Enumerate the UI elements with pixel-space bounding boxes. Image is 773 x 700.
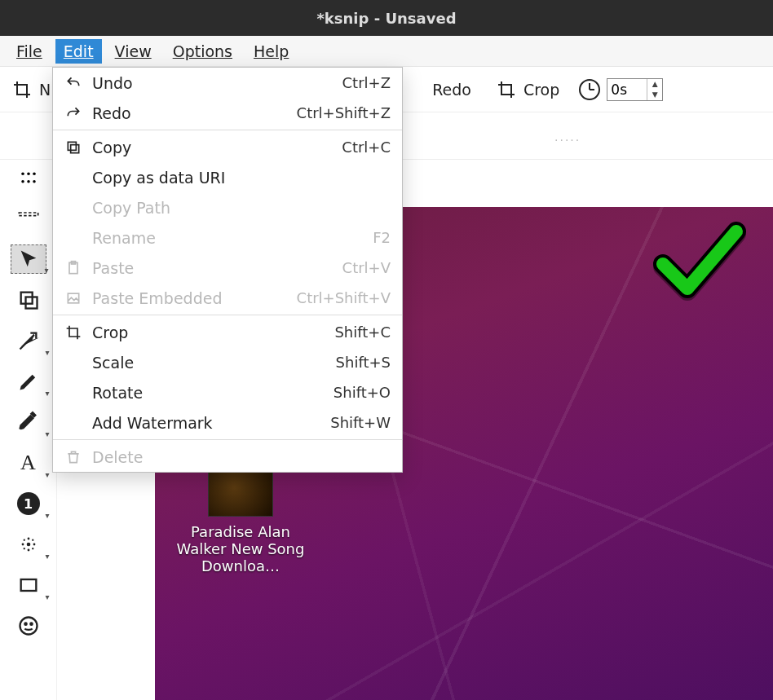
menu-copy-path: Copy Path <box>53 192 402 222</box>
redo-button[interactable]: Redo <box>427 77 476 102</box>
menu-label: Copy <box>92 139 332 156</box>
menu-label: Copy as data URI <box>92 169 381 187</box>
crop-button[interactable]: Crop <box>491 76 564 103</box>
svg-point-20 <box>20 618 37 635</box>
menu-accel: Shift+C <box>334 324 391 341</box>
tool-sticker[interactable] <box>11 611 46 641</box>
svg-rect-6 <box>19 213 38 216</box>
svg-rect-19 <box>20 579 36 591</box>
menu-file[interactable]: File <box>8 39 51 64</box>
svg-rect-27 <box>68 293 78 303</box>
menu-crop[interactable]: Crop Shift+C <box>53 317 402 347</box>
menu-copy-uri[interactable]: Copy as data URI <box>53 162 402 192</box>
tool-marker[interactable]: ▾ <box>11 407 46 437</box>
crop-icon <box>496 79 517 100</box>
file-thumbnail <box>208 468 273 517</box>
window-titlebar: *ksnip - Unsaved <box>0 0 773 36</box>
tool-blur[interactable]: ▾ <box>11 530 46 559</box>
menu-label: Paste Embedded <box>92 289 287 307</box>
spinner-arrows[interactable]: ▲ ▼ <box>647 79 662 100</box>
menu-accel: Ctrl+C <box>342 139 391 156</box>
menubar: File Edit View Options Help <box>0 36 773 67</box>
annotation-checkmark[interactable] <box>651 215 749 308</box>
undo-icon <box>64 74 82 92</box>
chevron-down-icon: ▾ <box>45 348 49 357</box>
menu-paste: Paste Ctrl+V <box>53 253 402 283</box>
annotation-toolbar: ▾ ▾ ▾ ▾ A ▾ 1 ▾ ▾ ▾ <box>0 160 57 700</box>
chevron-down-icon: ▾ <box>45 389 49 398</box>
image-icon <box>64 289 82 307</box>
chevron-down-icon: ▾ <box>45 429 49 438</box>
svg-point-18 <box>32 548 33 549</box>
blank-icon <box>64 414 82 432</box>
menu-watermark[interactable]: Add Watermark Shift+W <box>53 407 402 438</box>
menu-copy[interactable]: Copy Ctrl+C <box>53 132 402 162</box>
svg-rect-23 <box>71 144 79 152</box>
window-title: *ksnip - Unsaved <box>316 10 456 27</box>
menu-label: Rotate <box>92 384 324 402</box>
spinner-down-icon[interactable]: ▼ <box>647 90 662 100</box>
tool-pen[interactable]: ▾ <box>11 367 46 396</box>
menu-accel: Ctrl+Z <box>342 74 391 91</box>
menu-label: Copy Path <box>92 199 381 217</box>
svg-point-13 <box>27 538 29 540</box>
menu-label: Crop <box>92 324 325 341</box>
file-label: Paradise Alan Walker New Song Downloa… <box>171 523 310 575</box>
svg-point-11 <box>21 544 24 546</box>
chevron-down-icon: ▾ <box>44 266 48 275</box>
redo-icon <box>64 104 82 122</box>
blank-icon <box>64 354 82 372</box>
tool-select-dashed[interactable] <box>11 204 46 233</box>
menu-undo[interactable]: Undo Ctrl+Z <box>53 68 402 98</box>
delay-spinner[interactable]: ▲ ▼ <box>607 78 663 101</box>
crop-icon <box>11 79 33 100</box>
menu-delete: Delete <box>53 442 402 472</box>
chevron-down-icon: ▾ <box>45 470 49 479</box>
svg-point-2 <box>33 173 36 176</box>
svg-point-16 <box>32 539 33 541</box>
menu-scale[interactable]: Scale Shift+S <box>53 347 402 377</box>
menu-accel: Ctrl+Shift+V <box>297 289 391 306</box>
chevron-down-icon: ▾ <box>45 552 49 561</box>
menu-options[interactable]: Options <box>165 39 241 64</box>
svg-point-22 <box>30 623 32 625</box>
menu-label: Paste <box>92 259 333 277</box>
blank-icon <box>64 229 82 247</box>
menu-redo[interactable]: Redo Ctrl+Shift+Z <box>53 98 402 128</box>
copy-icon <box>64 139 82 156</box>
tool-text[interactable]: A ▾ <box>11 448 46 478</box>
tool-number[interactable]: 1 ▾ <box>11 489 46 518</box>
desktop-file-b: Paradise Alan Walker New Song Downloa… <box>171 468 310 575</box>
menu-label: Delete <box>92 448 381 466</box>
menu-accel: Shift+S <box>336 354 391 371</box>
tool-duplicate[interactable] <box>11 285 46 315</box>
handle-dots-icon: ····· <box>554 134 581 147</box>
clock-icon <box>579 79 600 100</box>
svg-point-1 <box>27 173 30 176</box>
menu-edit[interactable]: Edit <box>55 39 102 64</box>
new-capture-button[interactable]: N <box>7 76 55 103</box>
tool-drag[interactable] <box>11 163 46 192</box>
tool-rect[interactable]: ▾ <box>11 570 46 600</box>
menu-paste-embedded: Paste Embedded Ctrl+Shift+V <box>53 283 402 313</box>
svg-point-5 <box>33 180 36 183</box>
spinner-up-icon[interactable]: ▲ <box>647 79 662 90</box>
new-capture-label: N <box>39 81 51 99</box>
tool-select[interactable]: ▾ <box>11 244 46 274</box>
edit-dropdown: Undo Ctrl+Z Redo Ctrl+Shift+Z Copy Ctrl+… <box>52 67 403 473</box>
text-icon: A <box>20 451 36 475</box>
menu-view[interactable]: View <box>107 39 160 64</box>
svg-point-21 <box>24 623 26 625</box>
menu-help[interactable]: Help <box>245 39 297 64</box>
menu-rename: Rename F2 <box>53 222 402 253</box>
menu-rotate[interactable]: Rotate Shift+O <box>53 377 402 407</box>
blank-icon <box>64 384 82 402</box>
svg-point-17 <box>23 548 24 549</box>
blank-icon <box>64 169 82 187</box>
tool-arrow[interactable]: ▾ <box>11 326 46 355</box>
redo-label: Redo <box>432 81 471 99</box>
crop-label: Crop <box>523 81 559 99</box>
delay-input[interactable] <box>607 79 647 100</box>
svg-point-12 <box>33 544 35 546</box>
menu-accel: Ctrl+V <box>342 259 391 276</box>
